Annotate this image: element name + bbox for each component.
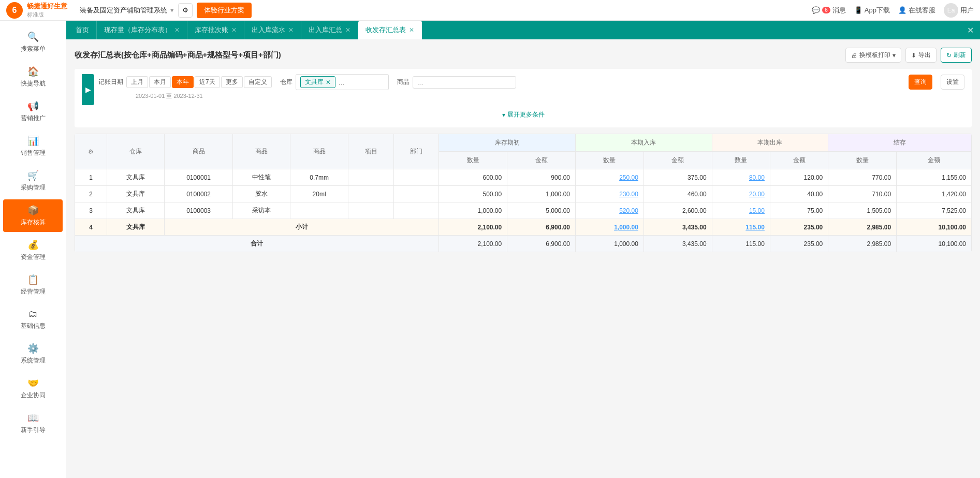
expand-more-conditions[interactable]: ▾ 展开更多条件	[82, 107, 964, 122]
sidebar-item-system[interactable]: ⚙️ 系统管理	[3, 338, 63, 370]
export-icon: ⬇	[911, 52, 916, 59]
th-dept: 部门	[393, 134, 439, 169]
product-ellipsis[interactable]: ...	[417, 78, 423, 86]
sidebar-item-label-search: 搜索菜单	[21, 45, 46, 53]
print-button[interactable]: 🖨 换模板打印 ▾	[845, 48, 901, 63]
row-out-qty[interactable]: 80.00	[712, 169, 770, 186]
row-in-qty[interactable]: 230.00	[576, 186, 644, 202]
date-btn-this-year[interactable]: 本年	[172, 76, 194, 88]
sidebar-item-operation[interactable]: 📋 经营管理	[3, 269, 63, 301]
tab-batch-account-close[interactable]: ✕	[231, 26, 237, 34]
tab-batch-account-label: 库存批次账	[195, 25, 228, 35]
th-in-qty: 数量	[576, 152, 644, 169]
user-button[interactable]: Ea 用户	[944, 3, 974, 18]
filter-body: 记账日期 上月 本月 本年 近7天 更多 自定义	[98, 74, 964, 100]
date-btn-this-month[interactable]: 本月	[149, 76, 171, 88]
subtotal-warehouse: 文具库	[107, 219, 165, 236]
row-spec: 20ml	[290, 186, 348, 202]
tab-in-out-flow-close[interactable]: ✕	[288, 26, 294, 34]
tab-in-out-flow[interactable]: 出入库流水 ✕	[244, 21, 301, 39]
page-actions: 🖨 换模板打印 ▾ ⬇ 导出 ↻ 刷新	[845, 48, 972, 63]
subtotal-out-qty[interactable]: 115.00	[712, 219, 770, 236]
app-download-button[interactable]: 📱 App下载	[854, 6, 890, 15]
row-no: 1	[75, 169, 107, 186]
sidebar-item-marketing[interactable]: 📢 营销推广	[3, 95, 63, 128]
subtotal-in-qty[interactable]: 1,000.00	[576, 219, 644, 236]
sidebar-item-quick-nav[interactable]: 🏠 快捷导航	[3, 61, 63, 93]
row-no: 3	[75, 202, 107, 219]
refresh-button[interactable]: ↻ 刷新	[941, 48, 972, 63]
row-code: 0100001	[165, 169, 233, 186]
date-btn-last-month[interactable]: 上月	[126, 76, 148, 88]
page-header: 收发存汇总表(按仓库+商品编码+商品+规格型号+项目+部门) 🖨 换模板打印 ▾…	[75, 48, 972, 63]
row-out-qty[interactable]: 15.00	[712, 202, 770, 219]
tab-batch-account[interactable]: 库存批次账 ✕	[187, 21, 244, 39]
product-filter-label: 商品	[397, 78, 409, 86]
query-button[interactable]: 查询	[909, 75, 932, 90]
tab-stock-dist-close[interactable]: ✕	[174, 26, 180, 34]
sidebar-item-search[interactable]: 🔍 搜索菜单	[3, 26, 63, 59]
th-settings[interactable]: ⚙	[75, 134, 107, 169]
tab-in-out-summary-close[interactable]: ✕	[345, 26, 350, 34]
th-out-amt: 金额	[770, 152, 828, 169]
th-inbound: 本期入库	[576, 134, 712, 152]
filter-settings-button[interactable]: 设置	[941, 75, 964, 90]
date-filter-label: 记账日期	[98, 78, 123, 86]
tab-collect-summary[interactable]: 收发存汇总表 ✕	[358, 21, 422, 39]
warehouse-tag-close[interactable]: ✕	[326, 79, 331, 86]
finance-icon: 💰	[27, 239, 39, 251]
tab-home[interactable]: 首页	[68, 21, 97, 39]
close-all-tabs-button[interactable]: ✕	[963, 25, 978, 35]
subtotal-in-amt: 3,435.00	[643, 219, 712, 236]
home-icon: 🏠	[27, 66, 39, 77]
date-btn-custom[interactable]: 自定义	[244, 76, 272, 88]
filter-bar: ▶ 记账日期 上月 本月 本年 近7天	[75, 69, 972, 127]
date-btn-7days[interactable]: 近7天	[195, 76, 220, 88]
settings-gear-button[interactable]: ⚙	[178, 3, 193, 18]
warehouse-tag: 文具库 ✕	[300, 76, 335, 88]
product-input[interactable]: ...	[413, 76, 516, 89]
th-project: 项目	[348, 134, 394, 169]
tab-collect-summary-close[interactable]: ✕	[409, 26, 414, 34]
sidebar-item-basic[interactable]: 🗂 基础信息	[3, 303, 63, 336]
tab-in-out-summary[interactable]: 出入库汇总 ✕	[301, 21, 358, 39]
sidebar-item-sales[interactable]: 📊 销售管理	[3, 130, 63, 163]
expand-filter-button[interactable]: ▶	[82, 74, 94, 105]
row-open-qty: 1,000.00	[439, 202, 507, 219]
tab-stock-dist[interactable]: 现存量（库存分布表） ✕	[97, 21, 187, 39]
sidebar-item-guide[interactable]: 📖 新手引导	[3, 407, 63, 440]
row-in-qty[interactable]: 520.00	[576, 202, 644, 219]
page-content: 收发存汇总表(按仓库+商品编码+商品+规格型号+项目+部门) 🖨 换模板打印 ▾…	[66, 39, 980, 478]
refresh-icon: ↻	[946, 52, 952, 59]
sidebar-item-label-finance: 资金管理	[21, 253, 46, 262]
row-close-qty: 710.00	[828, 186, 897, 202]
row-in-qty[interactable]: 250.00	[576, 169, 644, 186]
search-icon: 🔍	[27, 31, 39, 42]
sidebar-item-purchase[interactable]: 🛒 采购管理	[3, 165, 63, 197]
online-service-button[interactable]: 👤 在线客服	[898, 6, 935, 15]
warehouse-ellipsis[interactable]: ...	[339, 78, 345, 86]
sidebar-item-finance[interactable]: 💰 资金管理	[3, 234, 63, 267]
row-product: 胶水	[233, 186, 290, 202]
message-button[interactable]: 💬 6 消息	[812, 6, 846, 15]
basic-icon: 🗂	[28, 309, 38, 320]
warehouse-input[interactable]: 文具库 ✕ ...	[296, 74, 389, 90]
tab-stock-dist-label: 现存量（库存分布表）	[104, 25, 171, 35]
row-code: 0100003	[165, 202, 233, 219]
row-open-amt: 1,000.00	[507, 186, 576, 202]
row-close-qty: 1,505.00	[828, 202, 897, 219]
sidebar-item-inventory[interactable]: 📦 库存核算	[3, 199, 63, 232]
export-button[interactable]: ⬇ 导出	[905, 48, 937, 63]
row-close-amt: 1,155.00	[897, 169, 972, 186]
table-row: 2 文具库 0100002 胶水 20ml 500.00 1,000.00 23…	[75, 186, 972, 202]
row-product: 采访本	[233, 202, 290, 219]
th-open-amt: 金额	[507, 152, 576, 169]
row-out-qty[interactable]: 20.00	[712, 186, 770, 202]
row-dept	[393, 169, 439, 186]
system-dropdown-icon[interactable]: ▾	[170, 6, 174, 14]
row-close-qty: 770.00	[828, 169, 897, 186]
sidebar-item-cooperation[interactable]: 🤝 企业协同	[3, 372, 63, 405]
date-btn-more[interactable]: 更多	[221, 76, 243, 88]
th-code: 商品	[165, 134, 233, 169]
try-industry-button[interactable]: 体验行业方案	[197, 3, 252, 18]
